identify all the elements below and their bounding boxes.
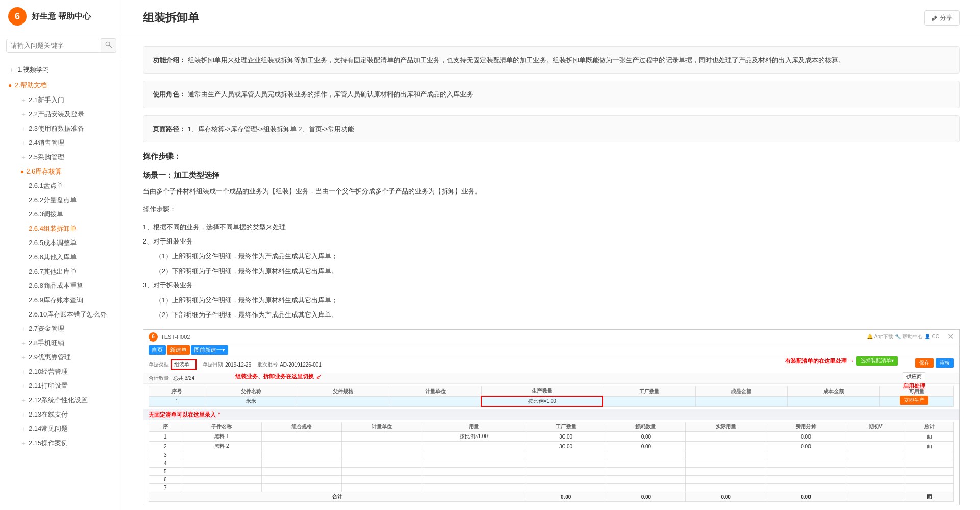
app-name: 好生意 帮助中心 [32, 11, 91, 22]
sidebar-leaf-partial-stockcheck[interactable]: 2.6.2分量盘点单 [24, 193, 122, 207]
lcell-fee1: 0.00 [766, 432, 846, 442]
field-batch-label: 批次批号 [257, 361, 278, 368]
th-product-amount: 成品金额 [695, 386, 788, 397]
page-header: 组装拆卸单 分享 [122, 0, 980, 34]
sidebar-item-beginner[interactable]: ＋ 2.1新手入门 [16, 93, 122, 107]
step3-1: （1）上部明细为父件明细，最终作为原材料生成其它出库单； [143, 294, 960, 307]
sidebar-label-coupon: 2.9优惠券管理 [29, 353, 71, 362]
sidebar-leaf-other-out[interactable]: 2.6.7其他出库单 [24, 264, 122, 279]
sidebar-leaf-inventory-fix[interactable]: 2.6.10库存账本错了怎么办 [24, 307, 122, 322]
sidebar-item-print[interactable]: ＋ 2.11打印设置 [16, 379, 122, 393]
feature-intro-block: 功能介绍： 组装拆卸单用来处理企业组装或拆卸等加工业务，支持有固定装配清单的产品… [143, 46, 960, 74]
menu-item-extra[interactable]: 图前新建一▾ [191, 345, 228, 355]
sidebar-leaf-transfer[interactable]: 2.6.3调拨单 [24, 207, 122, 222]
lower-row-2: 2 黑料 2 30.00 0.00 0.00 [149, 442, 954, 451]
menu-item-newdoc[interactable]: 新建单 [167, 345, 190, 355]
search-input[interactable] [6, 39, 101, 53]
search-box[interactable] [0, 33, 122, 58]
footer-val1: 0.00 [526, 492, 606, 502]
sidebar-label-print: 2.11打印设置 [29, 381, 68, 391]
expand-icon-settings: ＋ [20, 396, 27, 405]
sidebar-item-settings[interactable]: ＋ 2.12系统个性化设置 [16, 393, 122, 407]
save-btn[interactable]: 保存 [915, 358, 934, 368]
sidebar-item-help-docs[interactable]: ● 2.帮助文档 [0, 78, 122, 93]
lcell-unit1 [342, 432, 422, 442]
cell-prodqty: 按比例×1.00 [481, 396, 603, 406]
lcell-unit2 [342, 442, 422, 451]
scene1-desc: 当由多个子件材料组装成一个成品的业务为【组装】业务，当由一个父件拆分成多个子产品… [143, 185, 960, 198]
sidebar-item-payment[interactable]: ＋ 2.13在线支付 [16, 407, 122, 422]
sidebar-item-install[interactable]: ＋ 2.2产品安装及登录 [16, 107, 122, 122]
menu-item-mypage[interactable]: 自页 [149, 345, 166, 355]
lth-actual: 实际用量 [686, 422, 766, 432]
footer-label: 合计 [149, 492, 526, 502]
sidebar-label-manage: 2.10经营管理 [29, 367, 68, 376]
share-button[interactable]: 分享 [924, 10, 960, 26]
sidebar-item-purchase[interactable]: ＋ 2.5采购管理 [16, 150, 122, 164]
lcell-spec2 [262, 442, 342, 451]
lcell-total1: 面 [905, 432, 953, 442]
field-doctype-label: 单据类型 [149, 361, 169, 368]
field-doctype: 单据类型 组装单 [149, 359, 197, 370]
sidebar-label-cases: 2.15操作案例 [29, 439, 68, 448]
lcell-name1: 黑料 1 [182, 432, 262, 442]
app-logo: 6 [8, 7, 27, 26]
share-icon [931, 15, 938, 21]
sidebar-item-video-learning[interactable]: ＋ 1.视频学习 [0, 62, 122, 78]
upper-table-container: 序号 父件名称 父件规格 计量单位 生产数量 工厂数量 成品金额 成本金额 可用… [143, 384, 959, 409]
lcell-factory1: 30.00 [526, 432, 606, 442]
expand-icon-print: ＋ [20, 382, 27, 391]
sidebar-item-coupon[interactable]: ＋ 2.9优惠券管理 [16, 350, 122, 365]
app-topbar: 6 TEST-H002 🔔 App下载 🔧 帮助中心 👤 CC ✕ [143, 330, 959, 344]
table-header-row: 序号 父件名称 父件规格 计量单位 生产数量 工厂数量 成品金额 成本金额 可用… [149, 386, 954, 397]
close-icon[interactable]: ✕ [947, 332, 954, 342]
sidebar-item-finance[interactable]: ＋ 2.7资金管理 [16, 322, 122, 336]
annotation-enable-text: 启用处理 [903, 382, 925, 390]
th-factory-qty: 工厂数量 [603, 386, 695, 397]
sidebar-item-sales[interactable]: ＋ 2.4销售管理 [16, 136, 122, 150]
audit-btn[interactable]: 审核 [936, 358, 954, 368]
sidebar-item-faq[interactable]: ＋ 2.14常见问题 [16, 422, 122, 436]
svg-point-0 [106, 42, 110, 46]
cell-unit [389, 396, 481, 406]
sidebar-leaf-stockcheck[interactable]: 2.6.1盘点单 [24, 179, 122, 193]
path-label: 页面路径： [153, 125, 186, 133]
bom-select-btn[interactable]: 选择装配清单▾ [856, 356, 898, 366]
svg-line-1 [109, 45, 111, 47]
field-date-label: 单据日期 [203, 361, 223, 368]
sidebar-leaf-other-in[interactable]: 2.6.6其他入库单 [24, 250, 122, 264]
expand-icon-install: ＋ [20, 110, 27, 119]
annotation-manual-entry: 无固定清单可以在这里录入 ↑ [143, 409, 959, 420]
sidebar-label-settings: 2.12系统个性化设置 [29, 396, 88, 405]
field-batch-value: AD-20191226-001 [280, 362, 322, 368]
sidebar-item-prepare[interactable]: ＋ 2.3使用前数据准备 [16, 122, 122, 136]
sidebar-leaf-cost-adjust[interactable]: 2.6.5成本调整单 [24, 236, 122, 250]
table-row: 1 米米 按比例×1.00 [149, 396, 954, 406]
lower-row-6: 6 [149, 476, 954, 484]
sidebar-label-payment: 2.13在线支付 [29, 410, 68, 419]
sidebar-item-manage[interactable]: ＋ 2.10经营管理 [16, 365, 122, 379]
main-content: 组装拆卸单 分享 功能介绍： 组装拆卸单用来处理企业组装或拆卸等加工业务，支持有… [122, 0, 980, 510]
lower-table-container: 序 子件名称 组合规格 计量单位 用量 工厂数量 损耗数量 实际用量 费用分摊 [143, 420, 959, 505]
app-topbar-logo: 6 [149, 332, 158, 342]
lcell-name2: 黑料 2 [182, 442, 262, 451]
search-button[interactable] [101, 38, 116, 53]
sidebar-label-finance: 2.7资金管理 [29, 324, 64, 333]
annotation-bom-text: 有装配清单的在这里处理 [785, 357, 847, 365]
sidebar-leaf-inventory-book[interactable]: 2.6.9库存账本查询 [24, 293, 122, 307]
sidebar-leaf-cost-recalc[interactable]: 2.6.8商品成本重算 [24, 279, 122, 293]
enable-field[interactable]: 供应商 [903, 372, 925, 381]
sidebar-item-cases[interactable]: ＋ 2.15操作案例 [16, 436, 122, 450]
field-doctype-value[interactable]: 组装单 [171, 359, 197, 370]
sidebar-item-mobile[interactable]: ＋ 2.8手机旺铺 [16, 336, 122, 350]
sidebar-label-mobile: 2.8手机旺铺 [29, 338, 64, 348]
expand-icon-coupon: ＋ [20, 353, 27, 362]
role-text: 通常由生产人员或库管人员完成拆装业务的操作，库管人员确认原材料的出库和产成品的入… [188, 90, 473, 98]
execute-btn[interactable]: 立即生产 [900, 396, 928, 405]
sidebar-item-inventory[interactable]: ● 2.6库存核算 [16, 164, 122, 179]
app-screenshot: 6 TEST-H002 🔔 App下载 🔧 帮助中心 👤 CC ✕ 自页 新建单… [143, 329, 960, 505]
sidebar-label-beginner: 2.1新手入门 [29, 95, 64, 105]
step3-2: （2）下部明细为子件明细，最终作为产成品生成其它入库单。 [143, 309, 960, 322]
sidebar-leaf-assembly[interactable]: 2.6.4组装拆卸单 [24, 222, 122, 236]
expand-icon-video: ＋ [8, 66, 14, 75]
